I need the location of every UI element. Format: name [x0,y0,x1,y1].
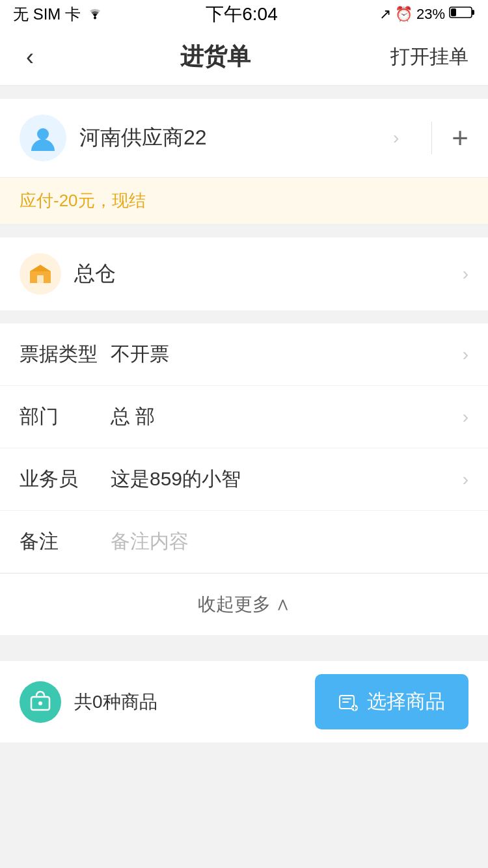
form-row-invoice-type[interactable]: 票据类型 不开票 › [0,323,488,386]
supplier-row[interactable]: 河南供应商22 › + [0,99,488,178]
form-placeholder-remark[interactable]: 备注内容 [104,528,468,555]
product-count-text: 共0种商品 [74,690,302,714]
svg-rect-5 [37,275,44,283]
alarm-icon: ⏰ [395,6,413,23]
warehouse-section: 总仓 › [0,237,488,310]
battery-text: 23% [416,6,445,23]
form-value-salesperson: 这是859的小智 [104,466,463,493]
open-pending-button[interactable]: 打开挂单 [390,44,468,70]
product-count-icon [20,681,61,723]
section-gap-2 [0,224,488,237]
back-button[interactable]: ‹ [20,37,40,77]
form-label-remark: 备注 [20,528,104,555]
warehouse-arrow-icon: › [463,264,468,284]
page-background [0,742,488,868]
form-label-invoice-type: 票据类型 [20,341,104,368]
select-product-icon [338,692,359,712]
form-row-department[interactable]: 部门 总 部 › [0,386,488,448]
supplier-name: 河南供应商22 [79,124,393,152]
form-section: 票据类型 不开票 › 部门 总 部 › 业务员 这是859的小智 › 备注 备注… [0,323,488,635]
status-right: ↗ ⏰ 23% [379,6,475,23]
svg-rect-2 [472,10,474,15]
section-gap-1 [0,86,488,99]
svg-point-8 [38,701,42,705]
form-value-department: 总 部 [104,403,463,430]
form-row-remark[interactable]: 备注 备注内容 [0,511,488,573]
carrier-text: 无 SIM 卡 [13,4,81,25]
svg-point-4 [37,128,49,140]
add-supplier-button[interactable]: + [452,124,468,152]
wifi-icon [86,5,104,23]
warehouse-row[interactable]: 总仓 › [0,237,488,310]
invoice-type-arrow-icon: › [463,344,468,365]
notice-banner: 应付-20元，现结 [0,178,488,224]
location-icon: ↗ [379,6,391,23]
supplier-section: 河南供应商22 › + 应付-20元，现结 [0,99,488,224]
warehouse-name: 总仓 [74,260,463,288]
salesperson-arrow-icon: › [463,469,468,490]
page-title: 进货单 [180,41,251,73]
supplier-divider [431,122,432,154]
form-label-salesperson: 业务员 [20,466,104,493]
form-value-invoice-type: 不开票 [104,341,463,368]
section-gap-3 [0,635,488,648]
form-label-department: 部门 [20,403,104,430]
bottom-bar: 共0种商品 选择商品 [0,661,488,742]
supplier-arrow-icon: › [393,128,399,148]
svg-point-0 [94,17,96,20]
warehouse-icon [20,253,61,295]
status-time: 下午6:04 [206,2,278,27]
svg-rect-3 [451,8,456,16]
svg-marker-6 [30,265,51,271]
status-left: 无 SIM 卡 [13,4,104,25]
battery-icon [449,6,475,23]
status-bar: 无 SIM 卡 下午6:04 ↗ ⏰ 23% [0,0,488,29]
department-arrow-icon: › [463,407,468,427]
collapse-button[interactable]: 收起更多 ∧ [0,573,488,635]
select-product-button[interactable]: 选择商品 [315,674,468,729]
form-row-salesperson[interactable]: 业务员 这是859的小智 › [0,448,488,511]
select-product-label: 选择商品 [367,688,445,715]
supplier-avatar [20,115,66,161]
nav-bar: ‹ 进货单 打开挂单 [0,29,488,86]
